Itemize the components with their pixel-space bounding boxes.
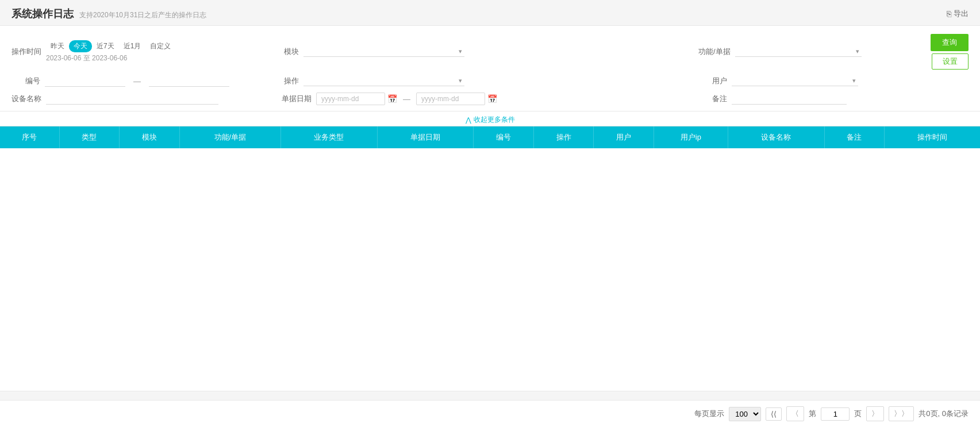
export-icon: ⎘ — [947, 9, 951, 18]
operation-filter: 操作 ▾ — [282, 76, 698, 86]
filter-row-3: 设备名称 单据日期 📅 — 📅 备注 — [11, 93, 969, 105]
per-page-select[interactable]: 100502010 — [729, 407, 761, 421]
voucher-date-label: 单据日期 — [282, 94, 312, 104]
module-label: 模块 — [282, 47, 299, 57]
pagination-bar: 每页显示 100502010 ⟨⟨ 〈 第 页 〉 〉〉 共0页, 0条记录 — [0, 400, 980, 427]
page-wrapper: 系统操作日志 支持2020年10月31日之后产生的操作日志 ⎘ 导出 操作时间 … — [0, 0, 980, 427]
filter-area: 操作时间 昨天 今天 近7天 近1月 自定义 2023-06-06 至 2023… — [0, 25, 980, 111]
module-filter: 模块 ▾ — [282, 47, 698, 57]
user-select[interactable]: ▾ — [732, 76, 858, 86]
operation-time-label: 操作时间 — [11, 47, 41, 57]
collapse-up-icon: ⋀ — [466, 116, 471, 124]
action-buttons: 查询 设置 — [911, 34, 969, 70]
settings-button[interactable]: 设置 — [932, 53, 969, 70]
date-separator: — — [403, 95, 410, 103]
feature-label: 功能/单据 — [698, 47, 731, 57]
scrollbar-inner — [0, 391, 980, 392]
feature-filter: 功能/单据 ▾ — [698, 47, 911, 57]
table-header-cell: 序号 — [0, 126, 59, 148]
page-title: 系统操作日志 — [11, 7, 74, 21]
table-header-cell: 用户 — [594, 126, 654, 148]
table-header-cell: 操作时间 — [884, 126, 980, 148]
feature-select[interactable]: ▾ — [735, 47, 862, 57]
query-button[interactable]: 查询 — [931, 34, 969, 51]
page-header: 系统操作日志 支持2020年10月31日之后产生的操作日志 ⎘ 导出 — [0, 0, 980, 25]
last7days-btn[interactable]: 近7天 — [92, 40, 119, 52]
time-filter-block: 昨天 今天 近7天 近1月 自定义 2023-06-06 至 2023-06-0… — [46, 40, 175, 63]
user-filter: 用户 ▾ — [698, 76, 911, 86]
first-page-btn[interactable]: ⟨⟨ — [766, 407, 782, 421]
module-chevron-icon: ▾ — [459, 48, 462, 55]
empty-state — [0, 148, 980, 349]
collapse-bar: ⋀ 收起更多条件 — [0, 111, 980, 126]
voucher-date-filter: 单据日期 📅 — 📅 — [282, 93, 698, 105]
module-select[interactable]: ▾ — [303, 47, 464, 57]
table-header-cell: 备注 — [824, 126, 884, 148]
operation-chevron-icon: ▾ — [459, 77, 462, 84]
today-btn[interactable]: 今天 — [69, 40, 92, 52]
custom-btn[interactable]: 自定义 — [145, 40, 175, 52]
date-range-text: 2023-06-06 至 2023-06-06 — [46, 53, 175, 63]
number-label: 编号 — [11, 76, 40, 86]
last1month-btn[interactable]: 近1月 — [119, 40, 146, 52]
table-header-cell: 编号 — [474, 126, 533, 148]
page-subtitle: 支持2020年10月31日之后产生的操作日志 — [79, 10, 206, 20]
next-page-btn[interactable]: 〉 — [866, 406, 884, 421]
time-buttons-row: 昨天 今天 近7天 近1月 自定义 — [46, 40, 175, 52]
voucher-date-end[interactable] — [416, 93, 485, 105]
table-header-cell: 用户ip — [654, 126, 728, 148]
operation-select[interactable]: ▾ — [303, 76, 464, 86]
number-input-start[interactable] — [45, 75, 125, 87]
export-button[interactable]: ⎘ 导出 — [947, 9, 969, 19]
filter-row-1: 操作时间 昨天 今天 近7天 近1月 自定义 2023-06-06 至 2023… — [11, 34, 969, 70]
page-prefix-label: 第 — [809, 409, 816, 419]
total-info: 共0页, 0条记录 — [918, 409, 969, 419]
horizontal-scrollbar[interactable] — [0, 391, 980, 400]
user-chevron-icon: ▾ — [852, 77, 856, 84]
yesterday-btn[interactable]: 昨天 — [46, 40, 69, 52]
number-separator: — — [133, 77, 141, 86]
page-input[interactable] — [821, 407, 850, 421]
device-input[interactable] — [46, 93, 218, 105]
table-header-cell: 单据日期 — [377, 126, 474, 148]
table-header-cell: 功能/单据 — [179, 126, 280, 148]
export-label: 导出 — [954, 9, 969, 19]
calendar-icon-start[interactable]: 📅 — [387, 94, 397, 103]
feature-chevron-icon: ▾ — [856, 48, 859, 55]
remark-filter: 备注 — [698, 93, 911, 105]
title-group: 系统操作日志 支持2020年10月31日之后产生的操作日志 — [11, 7, 206, 21]
voucher-date-group: 📅 — 📅 — [316, 93, 497, 105]
table-header-cell: 设备名称 — [728, 126, 824, 148]
number-filter: 编号 — — [11, 75, 282, 87]
table-header-cell: 操作 — [533, 126, 593, 148]
remark-input[interactable] — [732, 93, 847, 105]
calendar-icon-end[interactable]: 📅 — [487, 94, 497, 103]
table-header-cell: 模块 — [120, 126, 179, 148]
user-label: 用户 — [698, 76, 727, 86]
filter-row-2: 编号 — 操作 ▾ 用户 ▾ — [11, 75, 969, 87]
collapse-label: 收起更多条件 — [474, 115, 515, 125]
table-header: 序号类型模块功能/单据业务类型单据日期编号操作用户用户ip设备名称备注操作时间 — [0, 126, 980, 148]
remark-label: 备注 — [698, 94, 727, 104]
page-suffix-label: 页 — [854, 409, 862, 419]
device-label: 设备名称 — [11, 94, 41, 104]
voucher-date-start[interactable] — [316, 93, 385, 105]
operation-time-filter: 操作时间 昨天 今天 近7天 近1月 自定义 2023-06-06 至 2023… — [11, 40, 282, 63]
table-container: 序号类型模块功能/单据业务类型单据日期编号操作用户用户ip设备名称备注操作时间 — [0, 126, 980, 391]
per-page-label: 每页显示 — [694, 409, 724, 419]
device-filter: 设备名称 — [11, 93, 282, 105]
prev-page-btn[interactable]: 〈 — [786, 406, 804, 421]
data-table: 序号类型模块功能/单据业务类型单据日期编号操作用户用户ip设备名称备注操作时间 — [0, 126, 980, 148]
operation-label: 操作 — [282, 76, 299, 86]
table-header-row: 序号类型模块功能/单据业务类型单据日期编号操作用户用户ip设备名称备注操作时间 — [0, 126, 980, 148]
number-input-end[interactable] — [149, 75, 229, 87]
table-header-cell: 类型 — [59, 126, 119, 148]
last-page-btn[interactable]: 〉〉 — [889, 406, 914, 421]
table-header-cell: 业务类型 — [281, 126, 378, 148]
collapse-button[interactable]: ⋀ 收起更多条件 — [466, 115, 515, 125]
